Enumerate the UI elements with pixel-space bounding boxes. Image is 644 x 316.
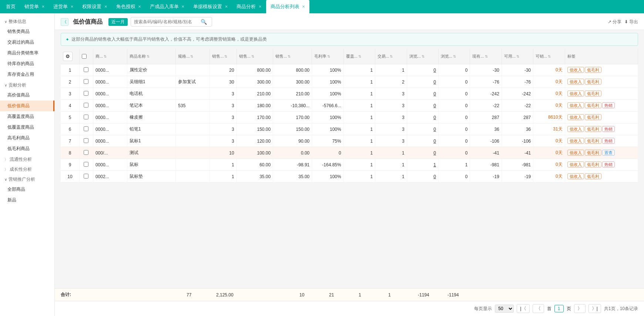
nav-role-close[interactable]: × xyxy=(138,4,141,9)
sidebar-group-overall[interactable]: ∨ 整体信息 xyxy=(0,16,54,26)
sidebar-item-high-coverage[interactable]: 高覆盖度商品 xyxy=(0,111,54,122)
browse1-link[interactable]: 0 xyxy=(433,127,436,132)
sidebar-item-sales-products[interactable]: 销售类商品 xyxy=(0,26,54,37)
nav-permission[interactable]: 权限设置 × xyxy=(78,0,111,13)
prev-page-btn[interactable]: 〈 xyxy=(533,304,544,313)
sort-icon-7[interactable]: ⇅ xyxy=(327,54,330,58)
sidebar-group-marketing[interactable]: ∨ 营销推广分析 xyxy=(0,174,54,184)
sort-icon-2[interactable]: ⇅ xyxy=(147,54,150,58)
sidebar-item-high-gross[interactable]: 高毛利商品 xyxy=(0,133,54,143)
row-checkbox[interactable] xyxy=(84,138,88,143)
nav-analysis-list[interactable]: 商品分析列表 × xyxy=(266,0,309,13)
browse1-link[interactable]: 0 xyxy=(433,115,436,120)
th-coverage[interactable]: 覆盖...⇅ xyxy=(343,49,375,64)
row-checkbox[interactable] xyxy=(84,67,88,72)
nav-home[interactable]: 首页 xyxy=(1,0,20,13)
nav-permission-close[interactable]: × xyxy=(104,4,107,9)
th-gear[interactable]: ⚙ xyxy=(61,49,80,64)
row-checkbox[interactable] xyxy=(84,103,88,108)
th-trade[interactable]: 交易...⇅ xyxy=(375,49,407,64)
th-sales-qty[interactable]: 销售...⇅ xyxy=(210,49,237,64)
th-sellable[interactable]: 可销...⇅ xyxy=(533,49,565,64)
nav-analysis-list-close[interactable]: × xyxy=(302,4,305,9)
sidebar-item-category-rate[interactable]: 商品分类销售率 xyxy=(0,48,54,58)
browse1-link[interactable]: 0 xyxy=(433,79,436,85)
sort-icon-9[interactable]: ⇅ xyxy=(390,54,393,58)
export-button[interactable]: ⬇ 导出 xyxy=(624,19,638,25)
nav-analysis-close[interactable]: × xyxy=(259,4,262,9)
sidebar-item-low-gross[interactable]: 低毛利商品 xyxy=(0,143,54,154)
sort-icon-6[interactable]: ⇅ xyxy=(288,54,291,58)
sidebar-item-high-value[interactable]: 高价值商品 xyxy=(0,90,54,101)
sidebar-item-low-value[interactable]: 低价值商品 xyxy=(0,101,54,111)
browse1-link[interactable]: 0 xyxy=(433,139,436,144)
nav-role[interactable]: 角色授权 × xyxy=(112,0,145,13)
first-page-btn[interactable]: |〈 xyxy=(517,304,529,313)
nav-template-close[interactable]: × xyxy=(225,4,228,9)
sidebar-item-new-products[interactable]: 新品 xyxy=(0,195,54,205)
nav-sales[interactable]: 销货单 × xyxy=(20,0,49,13)
th-spec[interactable]: 规格...⇅ xyxy=(176,49,210,64)
nav-sales-close[interactable]: × xyxy=(42,4,45,9)
row-checkbox[interactable] xyxy=(84,150,88,155)
nav-product-in[interactable]: 产成品入库单 × xyxy=(145,0,189,13)
row-checkbox[interactable] xyxy=(84,162,88,167)
nav-template[interactable]: 单据模板设置 × xyxy=(189,0,232,13)
th-browse1[interactable]: 浏览...⇅ xyxy=(407,49,438,64)
select-all-checkbox[interactable] xyxy=(82,54,87,59)
collapse-sidebar-btn[interactable]: 《 xyxy=(61,18,68,26)
sidebar-item-low-coverage[interactable]: 低覆盖度商品 xyxy=(0,122,54,133)
sidebar-item-pending-stock[interactable]: 待库存的商品 xyxy=(0,58,54,69)
browse1-link[interactable]: 0 xyxy=(433,150,436,156)
gear-button[interactable]: ⚙ xyxy=(63,52,73,61)
date-badge[interactable]: 近一月 xyxy=(108,18,128,26)
row-checkbox[interactable] xyxy=(84,115,88,119)
row-checkbox[interactable] xyxy=(84,174,88,179)
sort-icon[interactable]: ⇅ xyxy=(104,54,107,58)
sort-icon-3[interactable]: ⇅ xyxy=(190,54,193,58)
nav-purchase[interactable]: 进货单 × xyxy=(49,0,78,13)
sidebar-group-growth[interactable]: 〉 成长性分析 xyxy=(0,164,54,174)
nav-product-in-close[interactable]: × xyxy=(182,4,185,9)
th-gross-rate[interactable]: 毛利率⇅ xyxy=(312,49,343,64)
nav-analysis[interactable]: 商品分析 × xyxy=(232,0,266,13)
row-checkbox[interactable] xyxy=(84,91,88,96)
browse1-link[interactable]: 0 xyxy=(433,174,436,179)
th-code[interactable]: 商...⇅ xyxy=(93,49,127,64)
browse1-link[interactable]: 0 xyxy=(433,68,436,73)
row-browse1: 0 xyxy=(407,123,438,135)
sort-icon-8[interactable]: ⇅ xyxy=(358,54,361,58)
browse1-link[interactable]: 0 xyxy=(433,91,436,96)
search-input[interactable] xyxy=(134,19,201,24)
th-sales-cost[interactable]: 销售...⇅ xyxy=(273,49,312,64)
th-sales-amt[interactable]: 销售...⇅ xyxy=(237,49,273,64)
row-checkbox[interactable] xyxy=(84,126,88,131)
sort-icon-4[interactable]: ⇅ xyxy=(224,54,227,58)
sidebar-group-circulation[interactable]: 〉 流通性分析 xyxy=(0,154,54,164)
th-stock2[interactable]: 可用...⇅ xyxy=(502,49,533,64)
sort-icon-13[interactable]: ⇅ xyxy=(516,54,519,58)
sort-icon-14[interactable]: ⇅ xyxy=(548,54,551,58)
share-button[interactable]: ↗ 分享 xyxy=(608,19,621,25)
sort-icon-5[interactable]: ⇅ xyxy=(251,54,254,58)
th-browse2[interactable]: 浏览...⇅ xyxy=(438,49,470,64)
per-page-select[interactable]: 50 100 200 xyxy=(495,305,514,313)
nav-purchase-close[interactable]: × xyxy=(71,4,74,9)
th-name[interactable]: 商品名称⇅ xyxy=(127,49,175,64)
next-page-btn[interactable]: 〉 xyxy=(574,304,586,313)
sort-icon-10[interactable]: ⇅ xyxy=(422,54,425,58)
sidebar-group-contribution[interactable]: ∨ 贡献分析 xyxy=(0,80,54,90)
sidebar-item-traded-products[interactable]: 交易过的商品 xyxy=(0,37,54,48)
sidebar-item-all-products[interactable]: 全部商品 xyxy=(0,184,54,195)
last-page-btn[interactable]: 〉| xyxy=(588,304,601,313)
browse1-link[interactable]: 0 xyxy=(433,103,436,108)
th-stock1[interactable]: 现有...⇅ xyxy=(470,49,502,64)
sort-icon-11[interactable]: ⇅ xyxy=(453,54,456,58)
sidebar-item-stock-capital[interactable]: 库存资金占用 xyxy=(0,69,54,80)
search-icon[interactable]: 🔍 xyxy=(201,19,207,25)
row-name: 测试 xyxy=(127,147,175,159)
sort-icon-12[interactable]: ⇅ xyxy=(485,54,488,58)
th-checkbox[interactable] xyxy=(80,49,93,64)
browse1-link[interactable]: 1 xyxy=(433,162,436,167)
row-checkbox[interactable] xyxy=(84,79,88,84)
